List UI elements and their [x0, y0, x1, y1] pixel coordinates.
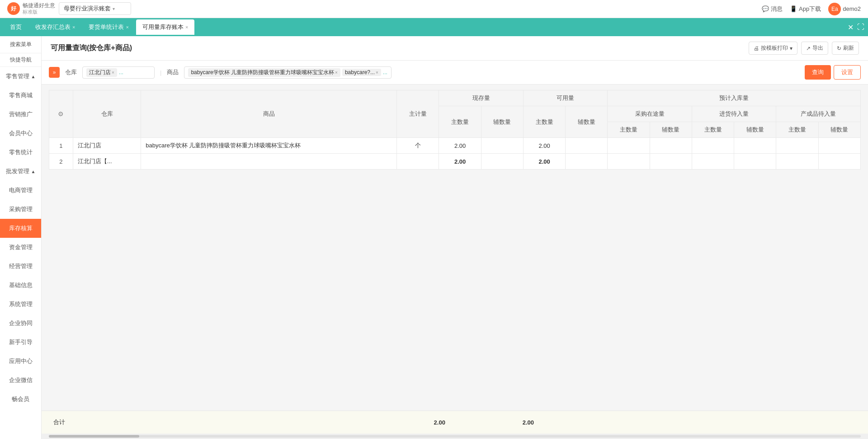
sidebar-item-operations[interactable]: 经营管理: [0, 257, 41, 276]
warehouse-filter[interactable]: 江北门店 × ...: [82, 66, 155, 79]
tab-label: 要货单统计表: [89, 23, 124, 31]
user-menu[interactable]: Ea demo2: [828, 3, 861, 15]
export-icon: ↗: [806, 45, 811, 52]
logo-icon: 好: [7, 2, 20, 15]
sidebar-item-member-center[interactable]: 会员中心: [0, 124, 41, 143]
close-icon[interactable]: ×: [185, 24, 188, 30]
app-download-btn[interactable]: 📱 App下载: [790, 5, 821, 13]
logo-area: 好 畅捷通好生意 标准版: [7, 2, 55, 15]
total-unit: [384, 415, 418, 430]
main-layout: 搜索菜单 快捷导航 零售管理 ▲ 零售商城 营销推广 会员中心 零售统计 批发管…: [0, 36, 868, 439]
sidebar-item-label: 零售管理: [6, 72, 29, 80]
sidebar-item-finance[interactable]: 资金管理: [0, 238, 41, 257]
close-icon[interactable]: ×: [72, 24, 75, 30]
warehouse-tag: 江北门店 ×: [86, 68, 117, 77]
filter-expand-btn[interactable]: »: [49, 67, 60, 78]
setting-button[interactable]: 设置: [834, 65, 861, 80]
sidebar-item-label: 资金管理: [9, 243, 33, 251]
remove-icon[interactable]: ×: [335, 70, 338, 75]
total-goods-sub: [728, 415, 772, 430]
sidebar-search[interactable]: 搜索菜单: [0, 36, 41, 53]
sidebar-item-label: 基础信息: [9, 281, 33, 289]
nav-tabs: 首页 收发存汇总表 × 要货单统计表 × 可用量库存账本 × ✕ ⛶: [0, 18, 868, 36]
row-no: 2: [49, 154, 73, 170]
close-window-icon[interactable]: ✕: [848, 23, 854, 32]
remove-icon[interactable]: ×: [376, 70, 378, 75]
col-stock-sub: 辅数量: [481, 106, 523, 138]
page-title: 可用量查询(按仓库+商品): [51, 43, 132, 53]
sidebar-item-label: 企业微信: [9, 376, 33, 384]
product-tag-2: babycare?... ×: [342, 69, 381, 76]
sidebar-item-ecommerce[interactable]: 电商管理: [0, 181, 41, 200]
avatar: Ea: [828, 3, 841, 15]
sidebar-item-label: 库存核算: [9, 224, 33, 232]
horizontal-scrollbar[interactable]: [49, 435, 861, 438]
query-button[interactable]: 查询: [805, 65, 831, 80]
refresh-btn[interactable]: ↻ 刷新: [832, 42, 859, 55]
sidebar-item-marketing[interactable]: 营销推广: [0, 105, 41, 124]
tab-order-stats[interactable]: 要货单统计表 ×: [82, 19, 135, 35]
col-goods-main: 主数量: [692, 122, 734, 138]
total-avail-main: 2.00: [506, 415, 550, 430]
cell-goods-main: [692, 154, 734, 170]
cell-goods-sub: [734, 154, 776, 170]
col-purchase-transit: 采购在途量: [608, 106, 692, 122]
tab-receivable-summary[interactable]: 收发存汇总表 ×: [29, 19, 81, 35]
total-label: 合计: [49, 415, 151, 430]
remove-icon[interactable]: ×: [112, 70, 114, 75]
fullscreen-icon[interactable]: ⛶: [857, 23, 864, 31]
cell-purchase-main: [608, 138, 650, 154]
sidebar-item-retail-stats[interactable]: 零售统计: [0, 143, 41, 162]
store-selector[interactable]: 母婴行业演示账套 ▾: [59, 2, 131, 15]
warehouse-label: 仓库: [65, 68, 77, 76]
filter-more-btn2[interactable]: ...: [383, 69, 387, 76]
mobile-icon: 📱: [790, 5, 797, 12]
export-btn[interactable]: ↗ 导出: [801, 42, 828, 55]
product-filter[interactable]: babycare学饮杯 儿童防摔防撞吸管杯重力球吸嘴杯宝宝水杯 × babyca…: [184, 66, 391, 79]
sidebar-item-label: 营销推广: [9, 110, 33, 118]
sidebar-item-retail-mgmt[interactable]: 零售管理 ▲: [0, 67, 41, 86]
sidebar-item-label: 应用中心: [9, 357, 33, 365]
sidebar-item-system-mgmt[interactable]: 系统管理: [0, 295, 41, 314]
col-settings[interactable]: ⚙: [49, 90, 73, 138]
total-goods-main: [684, 415, 728, 430]
cell-product: [141, 154, 397, 170]
sidebar-item-enterprise[interactable]: 企业协同: [0, 314, 41, 333]
print-btn[interactable]: 🖨 按模板打印 ▾: [749, 42, 797, 55]
sidebar-item-app-center[interactable]: 应用中心: [0, 352, 41, 371]
sidebar-item-label: 会员中心: [9, 129, 33, 137]
sidebar-quick-nav[interactable]: 快捷导航: [0, 53, 41, 67]
col-available: 可用量: [523, 90, 608, 106]
cell-product-sub: [818, 154, 860, 170]
scrollbar-thumb[interactable]: [49, 435, 139, 438]
product-tag-1: babycare学饮杯 儿童防摔防撞吸管杯重力球吸嘴杯宝宝水杯 ×: [188, 68, 340, 77]
sidebar-item-member[interactable]: 畅会员: [0, 390, 41, 409]
total-purchase-sub: [639, 415, 684, 430]
total-avail-sub: [550, 415, 594, 430]
tab-home[interactable]: 首页: [4, 20, 28, 34]
col-goods-pending: 进货待入量: [692, 106, 776, 122]
chevron-down-icon: ▾: [790, 45, 793, 52]
total-product: [151, 415, 384, 430]
sidebar-item-wecom[interactable]: 企业微信: [0, 371, 41, 390]
tab-available-stock[interactable]: 可用量库存账本 ×: [136, 19, 194, 35]
sidebar-item-label: 新手引导: [9, 338, 33, 346]
sidebar-item-wholesale-mgmt[interactable]: 批发管理 ▲: [0, 162, 41, 181]
sidebar-item-label: 系统管理: [9, 300, 33, 308]
sidebar-item-label: 经营管理: [9, 262, 33, 270]
message-icon: 💬: [762, 5, 769, 12]
sidebar-item-procurement[interactable]: 采购管理: [0, 200, 41, 219]
sidebar: 搜索菜单 快捷导航 零售管理 ▲ 零售商城 营销推广 会员中心 零售统计 批发管…: [0, 36, 42, 439]
sidebar-item-label: 批发管理: [6, 167, 29, 175]
cell-product-sub: [818, 138, 860, 154]
filter-more-btn[interactable]: ...: [119, 69, 123, 76]
sidebar-item-inventory[interactable]: 库存核算: [0, 219, 41, 238]
template-badge: 标准版: [23, 9, 55, 15]
sidebar-item-new-guide[interactable]: 新手引导: [0, 333, 41, 352]
sidebar-item-retail-mall[interactable]: 零售商城: [0, 86, 41, 105]
sidebar-item-basic-info[interactable]: 基础信息: [0, 276, 41, 295]
total-stock-sub: [462, 415, 506, 430]
close-icon[interactable]: ×: [126, 24, 128, 30]
message-btn[interactable]: 💬 消息: [762, 5, 783, 13]
cell-stock-main: 2.00: [439, 154, 481, 170]
